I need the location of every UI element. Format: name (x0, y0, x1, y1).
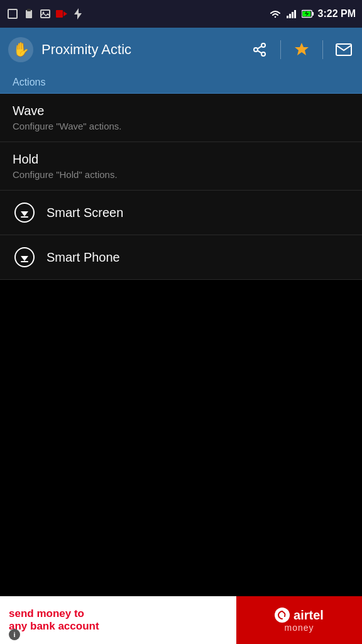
svg-marker-23 (295, 43, 309, 55)
wave-item[interactable]: Wave Configure "Wave" actions. (0, 94, 362, 142)
video-icon (55, 8, 68, 20)
ad-right-section: airtel money (236, 596, 362, 644)
airtel-sub-text: money (284, 623, 314, 633)
clipboard-icon (23, 8, 35, 20)
image-icon (39, 8, 52, 20)
app-bar: ✋ Proximity Actic (0, 28, 362, 72)
section-header-label: Actions (13, 77, 45, 87)
ad-text-line1: send money to (9, 608, 228, 620)
ad-info-icon: i (9, 629, 20, 640)
smart-phone-title: Smart Phone (47, 250, 120, 265)
smart-phone-download-icon (13, 245, 36, 269)
status-icons-left (6, 8, 84, 20)
svg-rect-27 (21, 216, 28, 218)
wifi-icon (269, 8, 282, 20)
svg-rect-8 (287, 16, 288, 18)
svg-rect-5 (56, 10, 63, 18)
svg-rect-0 (8, 9, 17, 18)
svg-rect-13 (312, 12, 314, 15)
wave-subtitle: Configure "Wave" actions. (13, 121, 349, 131)
hold-title: Hold (13, 152, 349, 167)
square-icon (6, 8, 19, 20)
divider-2 (322, 40, 323, 59)
app-title: Proximity Actic (41, 42, 241, 58)
svg-rect-11 (294, 10, 296, 18)
smart-screen-item[interactable]: Smart Screen (0, 191, 362, 235)
svg-rect-30 (21, 261, 28, 262)
airtel-brand-name: airtel (293, 608, 324, 623)
smart-phone-item[interactable]: Smart Phone (0, 235, 362, 280)
svg-marker-29 (21, 256, 28, 261)
svg-marker-6 (63, 11, 67, 16)
flash-icon (72, 8, 84, 20)
airtel-logo: airtel (275, 608, 324, 623)
svg-text:✋: ✋ (13, 41, 30, 58)
status-icons-right: 3:22 PM (269, 8, 356, 20)
star-button[interactable] (290, 38, 314, 62)
section-header: Actions (0, 72, 362, 94)
svg-rect-9 (289, 14, 291, 18)
signal-icon (285, 8, 298, 20)
ad-banner[interactable]: send money to any bank account i airtel … (0, 596, 362, 644)
app-bar-actions (248, 38, 356, 62)
smart-screen-download-icon (13, 201, 36, 225)
hold-subtitle: Configure "Hold" actions. (13, 169, 349, 180)
wave-title: Wave (13, 104, 349, 118)
svg-rect-2 (27, 9, 31, 11)
share-button[interactable] (248, 38, 272, 62)
hold-item[interactable]: Hold Configure "Hold" actions. (0, 142, 362, 191)
status-time: 3:22 PM (318, 8, 356, 19)
svg-line-22 (258, 50, 262, 53)
mail-button[interactable] (332, 38, 356, 62)
svg-marker-7 (74, 8, 82, 19)
divider-1 (280, 40, 281, 59)
airtel-logo-circle (275, 608, 290, 623)
svg-rect-10 (292, 12, 293, 18)
ad-left-section: send money to any bank account i (0, 596, 236, 644)
ad-text-line2: any bank account (9, 620, 228, 633)
svg-line-21 (258, 46, 262, 48)
smart-screen-title: Smart Screen (47, 206, 123, 220)
app-logo: ✋ (6, 35, 35, 64)
svg-marker-26 (21, 211, 28, 216)
status-bar: 3:22 PM (0, 0, 362, 28)
battery-charging-icon (302, 8, 314, 20)
